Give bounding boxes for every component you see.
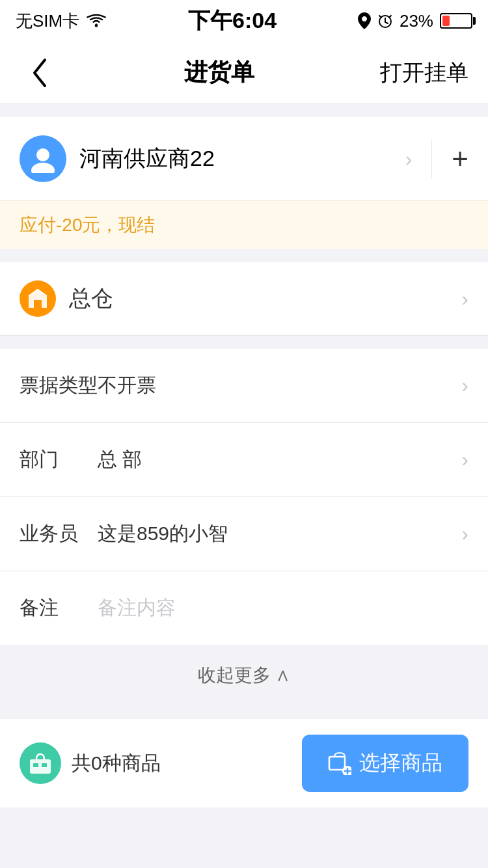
wifi-icon [86,14,107,28]
product-count-text: 共0种商品 [72,750,161,777]
alarm-icon [377,12,393,29]
warehouse-section: 总仓 › [0,262,488,336]
page-title: 进货单 [184,57,254,88]
remark-label: 备注 [20,595,98,621]
svg-rect-7 [42,763,47,767]
form-section: 票据类型 不开票 › 部门 总 部 › 业务员 这是859的小智 › 备注 备注… [0,349,488,645]
product-count-left: 共0种商品 [20,742,161,784]
add-supplier-button[interactable]: + [452,144,468,173]
vertical-divider [431,139,432,178]
warehouse-label: 总仓 [69,284,461,314]
svg-rect-4 [34,300,42,308]
svg-rect-5 [30,759,51,774]
svg-point-3 [31,163,55,173]
salesperson-value: 这是859的小智 [98,521,455,547]
select-product-button[interactable]: 选择商品 [302,735,468,792]
collapse-more-button[interactable]: 收起更多 ∧ [0,645,488,706]
battery-percent: 23% [400,11,433,31]
bottom-background [0,807,488,868]
nav-bar: 进货单 打开挂单 [0,42,488,104]
location-icon [358,12,371,29]
salesperson-row[interactable]: 业务员 这是859的小智 › [0,497,488,571]
carrier-text: 无SIM卡 [16,10,79,33]
svg-point-2 [36,148,49,161]
svg-point-0 [95,24,98,27]
notice-text: 应付-20元，现结 [20,215,155,235]
warehouse-row[interactable]: 总仓 › [0,262,488,336]
warehouse-chevron-icon: › [461,287,468,311]
product-count-icon [20,742,61,784]
remark-value[interactable]: 备注内容 [98,595,468,621]
supplier-name: 河南供应商22 [79,144,405,174]
supplier-section: 河南供应商22 › + 应付-20元，现结 [0,117,488,249]
department-chevron-icon: › [461,448,468,472]
open-pending-button[interactable]: 打开挂单 [380,58,468,88]
supplier-avatar [20,135,66,182]
department-label: 部门 [20,446,98,473]
svg-rect-8 [329,757,345,770]
divider-1 [0,249,488,262]
department-value: 总 部 [98,446,455,473]
supplier-actions: › + [405,139,468,178]
top-divider [0,104,488,117]
warehouse-icon-bg [20,280,56,317]
select-product-label: 选择商品 [359,749,442,778]
salesperson-chevron-icon: › [461,522,468,546]
invoice-type-row[interactable]: 票据类型 不开票 › [0,349,488,423]
divider-2 [0,336,488,349]
divider-3 [0,706,488,719]
collapse-more-label: 收起更多 ∧ [198,665,291,685]
invoice-type-chevron-icon: › [461,373,468,398]
battery-indicator [440,13,472,29]
status-time: 下午6:04 [188,6,277,36]
back-button[interactable] [20,53,59,92]
notice-bar: 应付-20元，现结 [0,200,488,249]
invoice-type-label: 票据类型 [20,372,98,399]
status-left: 无SIM卡 [16,10,107,33]
department-row[interactable]: 部门 总 部 › [0,423,488,497]
invoice-type-value: 不开票 [98,372,455,399]
supplier-row[interactable]: 河南供应商22 › + [0,117,488,200]
supplier-chevron-icon: › [405,147,413,171]
svg-rect-6 [33,763,38,767]
status-right: 23% [358,11,472,31]
remark-row[interactable]: 备注 备注内容 [0,571,488,645]
status-bar: 无SIM卡 下午6:04 23% [0,0,488,42]
bottom-bar: 共0种商品 选择商品 [0,719,488,807]
salesperson-label: 业务员 [20,521,98,547]
